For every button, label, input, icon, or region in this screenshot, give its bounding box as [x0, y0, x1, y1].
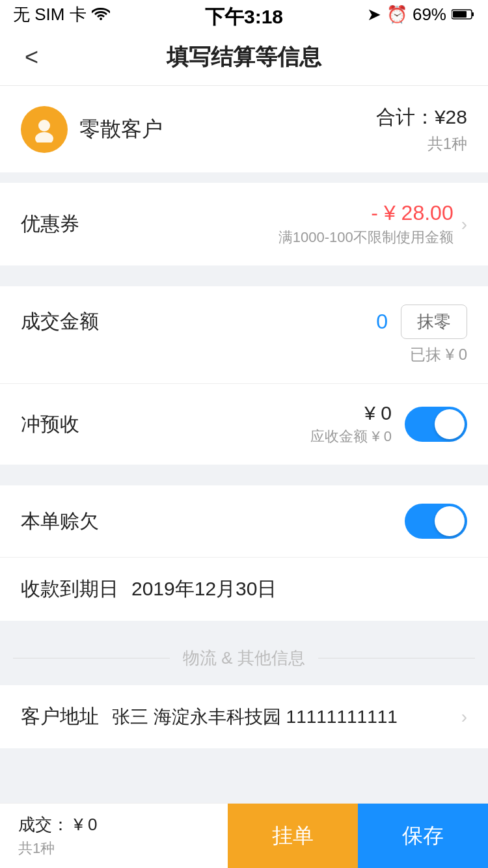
bottom-deal-count: 共1种 [18, 839, 210, 858]
address-label: 客户地址 [21, 703, 99, 730]
coupon-card[interactable]: 优惠券 - ¥ 28.00 满1000-100不限制使用金额 › [0, 183, 488, 265]
credit-section: 本单赊欠 [0, 485, 488, 557]
gray-separator-2 [0, 475, 488, 485]
prepay-label: 冲预收 [21, 411, 79, 438]
save-button[interactable]: 保存 [358, 804, 488, 868]
address-chevron-icon: › [461, 707, 467, 727]
status-left: 无 SIM 卡 [13, 3, 110, 26]
customer-left: 零散客户 [21, 106, 163, 153]
svg-point-4 [35, 132, 53, 142]
coupon-label: 优惠券 [21, 211, 79, 237]
pending-button[interactable]: 挂单 [228, 804, 358, 868]
address-card[interactable]: 客户地址 张三 海淀永丰科技园 11111111111 › [0, 685, 488, 748]
credit-toggle[interactable] [405, 504, 467, 539]
due-date-section: 收款到期日 2019年12月30日 [0, 557, 488, 621]
status-time: 下午3:18 [205, 4, 283, 31]
bottom-deal-label: 成交： ¥ 0 [18, 813, 210, 836]
chevron-right-icon: › [461, 214, 467, 235]
amount-sub: 已抹 ¥ 0 [21, 344, 467, 365]
coupon-desc: 满1000-100不限制使用金额 [278, 228, 454, 247]
address-value: 张三 海淀永丰科技园 11111111111 [112, 705, 455, 729]
customer-name: 零散客户 [79, 115, 163, 144]
prepay-sub: 应收金额 ¥ 0 [310, 427, 392, 446]
credit-label: 本单赊欠 [21, 508, 99, 535]
battery-text: 69% [413, 5, 446, 25]
credit-card: 本单赊欠 收款到期日 2019年12月30日 [0, 485, 488, 621]
wifi-icon [92, 5, 110, 25]
logistics-text: 物流 & 其他信息 [0, 647, 488, 670]
prepay-toggle[interactable] [405, 407, 467, 442]
customer-total: 合计：¥28 [376, 104, 467, 131]
amount-section: 成交金额 0 抹零 已抹 ¥ 0 [0, 286, 488, 383]
prepay-amount: ¥ 0 应收金额 ¥ 0 [310, 402, 392, 446]
due-date-row: 收款到期日 2019年12月30日 [21, 576, 467, 603]
due-date-value: 2019年12月30日 [131, 576, 277, 603]
credit-toggle-knob [435, 506, 465, 536]
nav-title: 填写结算等信息 [167, 42, 321, 72]
no-sim-text: 无 SIM 卡 [13, 3, 87, 26]
coupon-amount: - ¥ 28.00 [278, 201, 454, 225]
amount-row: 成交金额 0 抹零 [21, 305, 467, 339]
bottom-summary: 成交： ¥ 0 共1种 [0, 804, 228, 868]
location-icon: ➤ [367, 5, 381, 25]
toggle-knob [435, 409, 465, 439]
logistics-divider: 物流 & 其他信息 [0, 631, 488, 685]
prepay-right: ¥ 0 应收金额 ¥ 0 [310, 402, 467, 446]
svg-rect-1 [472, 12, 474, 16]
address-section[interactable]: 客户地址 张三 海淀永丰科技园 11111111111 › [0, 685, 488, 748]
amount-label: 成交金额 [21, 308, 99, 335]
gray-separator-1 [0, 276, 488, 286]
prepay-row: 冲预收 ¥ 0 应收金额 ¥ 0 [21, 402, 467, 446]
status-bar: 无 SIM 卡 下午3:18 ➤ ⏰ 69% [0, 0, 488, 29]
amount-value: 0 [376, 310, 388, 334]
prepay-section: 冲预收 ¥ 0 应收金额 ¥ 0 [0, 383, 488, 465]
svg-point-3 [38, 120, 50, 131]
customer-right: 合计：¥28 共1种 [376, 104, 467, 154]
alarm-icon: ⏰ [386, 5, 407, 25]
amount-card: 成交金额 0 抹零 已抹 ¥ 0 冲预收 ¥ 0 应收金额 ¥ 0 [0, 286, 488, 465]
bottom-bar: 成交： ¥ 0 共1种 挂单 保存 [0, 803, 488, 868]
svg-rect-2 [453, 11, 467, 18]
coupon-row[interactable]: 优惠券 - ¥ 28.00 满1000-100不限制使用金额 › [0, 183, 488, 265]
customer-avatar [21, 106, 68, 153]
battery-icon [452, 5, 475, 25]
back-button[interactable]: < [18, 37, 45, 77]
due-date-label: 收款到期日 [21, 576, 118, 603]
content: 零散客户 合计：¥28 共1种 优惠券 - ¥ 28.00 满1000-100不… [0, 86, 488, 824]
customer-row: 零散客户 合计：¥28 共1种 [0, 86, 488, 172]
round-button[interactable]: 抹零 [401, 305, 467, 339]
customer-card: 零散客户 合计：¥28 共1种 [0, 86, 488, 172]
prepay-value: ¥ 0 [310, 402, 392, 424]
amount-value-area: 0 抹零 [376, 305, 467, 339]
nav-bar: < 填写结算等信息 [0, 29, 488, 86]
customer-count: 共1种 [376, 133, 467, 154]
logistics-label: 物流 & 其他信息 [183, 647, 305, 670]
status-right: ➤ ⏰ 69% [367, 5, 475, 25]
